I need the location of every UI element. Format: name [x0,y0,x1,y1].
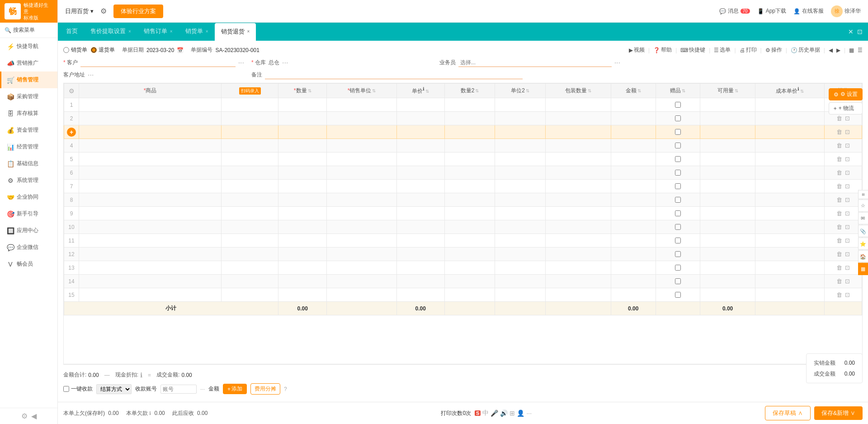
row-gift-5[interactable] [656,152,700,166]
row-cost-14[interactable] [755,275,825,288]
row-quantity-14[interactable] [278,275,327,288]
row-unit-3[interactable] [327,125,396,139]
row-unit-12[interactable] [327,248,396,261]
row-price-7[interactable] [396,180,444,193]
row-price-3[interactable] [396,125,444,139]
discount-info-icon[interactable]: ℹ [140,372,142,379]
row-qty2-3[interactable] [444,125,495,139]
row-unit-7[interactable] [327,180,396,193]
row-price-14[interactable] [396,275,444,288]
copy-icon-12[interactable]: ⊡ [845,251,850,257]
topbar-settings-icon[interactable]: ⚙ [97,5,110,18]
row-cost-9[interactable] [755,207,825,220]
row-unit-8[interactable] [327,193,396,207]
row-product-11[interactable] [79,234,222,248]
row-unit-4[interactable] [327,139,396,152]
row-product-12[interactable] [79,248,222,261]
float-btn-4[interactable]: 📎 [858,225,868,237]
row-amount-7[interactable] [611,180,656,193]
row-amount-4[interactable] [611,139,656,152]
app-download-group[interactable]: 📱 App下载 [757,7,786,15]
row-price-2[interactable] [396,112,444,125]
row-available-13[interactable] [700,261,755,275]
grid-view-icon[interactable]: ▦ [849,47,854,53]
gift-checkbox-3[interactable] [675,129,681,135]
row-quantity-2[interactable] [278,112,327,125]
row-available-1[interactable] [700,98,755,112]
copy-icon-11[interactable]: ⊡ [845,237,850,244]
tab-close-delivery[interactable]: × [206,29,208,34]
delete-icon-12[interactable]: 🗑 [836,251,842,257]
delete-icon-13[interactable]: 🗑 [836,264,842,271]
radio-sales-label[interactable]: 销货单 [63,46,87,54]
row-quantity-12[interactable] [278,248,327,261]
copy-icon-10[interactable]: ⊡ [845,224,850,230]
row-available-12[interactable] [700,248,755,261]
row-unit2-15[interactable] [495,288,546,302]
row-gift-4[interactable] [656,139,700,152]
radio-return[interactable] [91,47,97,53]
radio-sales[interactable] [63,47,69,53]
row-pkgqty-6[interactable] [545,166,611,180]
row-available-3[interactable] [700,125,755,139]
row-available-7[interactable] [700,180,755,193]
delete-icon-8[interactable]: 🗑 [836,196,842,203]
row-qty2-10[interactable] [444,220,495,234]
message-group[interactable]: 💬 消息 70 [719,7,750,15]
zhong-icon[interactable]: 中 [482,409,489,417]
row-product-3[interactable] [79,125,222,139]
calendar-icon[interactable]: 📅 [177,47,184,53]
sidebar-item-quick-nav[interactable]: ⚡ 快捷导航 [0,38,57,55]
fee-help-icon[interactable]: ? [284,386,287,392]
row-available-15[interactable] [700,288,755,302]
row-unit2-9[interactable] [495,207,546,220]
row-amount-9[interactable] [611,207,656,220]
row-gift-6[interactable] [656,166,700,180]
row-pkgqty-12[interactable] [545,248,611,261]
row-amount-12[interactable] [611,248,656,261]
gift-checkbox-1[interactable] [675,102,681,108]
sidebar-item-newbie[interactable]: 🎯 新手引导 [0,205,57,222]
row-available-2[interactable] [700,112,755,125]
user-group[interactable]: 徐 徐泽华 [831,5,861,17]
row-cost-11[interactable] [755,234,825,248]
row-available-11[interactable] [700,234,755,248]
speaker-icon[interactable]: 🔊 [500,410,508,417]
row-cost-6[interactable] [755,166,825,180]
copy-icon-3[interactable]: ⊡ [845,129,850,135]
row-amount-3[interactable] [611,125,656,139]
row-unit-2[interactable] [327,112,396,125]
select-link[interactable]: ☰ 选单 [714,46,731,54]
row-quantity-3[interactable] [278,125,327,139]
sidebar-item-marketing[interactable]: 📣 营销推广 [0,55,57,71]
warehouse-dots[interactable]: ··· [282,59,288,67]
row-product-10[interactable] [79,220,222,234]
row-price-15[interactable] [396,288,444,302]
sidebar-item-wechat[interactable]: 💬 企业微信 [0,239,57,256]
delete-icon-4[interactable]: 🗑 [836,142,842,149]
float-btn-1[interactable]: ≡ [858,190,868,199]
row-unit-9[interactable] [327,207,396,220]
row-amount-15[interactable] [611,288,656,302]
sidebar-item-sales[interactable]: 🛒 销售管理 [0,71,57,88]
delete-icon-11[interactable]: 🗑 [836,237,842,244]
row-unit-13[interactable] [327,261,396,275]
list-view-icon[interactable]: ☰ [858,47,863,53]
nav-next-icon[interactable]: ▶ [836,47,840,53]
row-available-4[interactable] [700,139,755,152]
row-price-12[interactable] [396,248,444,261]
more-icon[interactable]: ··· [526,410,532,417]
sidebar-collapse-icon[interactable]: ◀ [31,412,37,420]
row-unit2-4[interactable] [495,139,546,152]
row-cost-4[interactable] [755,139,825,152]
row-qty2-7[interactable] [444,180,495,193]
row-available-10[interactable] [700,220,755,234]
row-amount-2[interactable] [611,112,656,125]
row-cost-13[interactable] [755,261,825,275]
row-quantity-15[interactable] [278,288,327,302]
row-qty2-8[interactable] [444,193,495,207]
row-unit2-2[interactable] [495,112,546,125]
row-amount-1[interactable] [611,98,656,112]
row-product-6[interactable] [79,166,222,180]
gift-checkbox-5[interactable] [675,156,681,162]
